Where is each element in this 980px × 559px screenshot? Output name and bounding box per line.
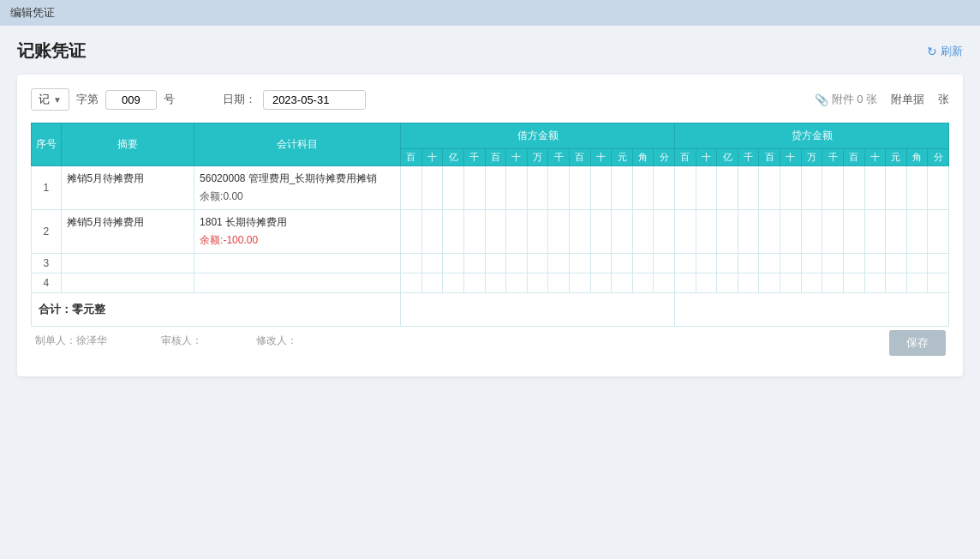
credit-cell-r3c2[interactable] xyxy=(696,254,717,273)
debit-cell-r1c4[interactable] xyxy=(463,166,485,210)
debit-cell-r2c13[interactable] xyxy=(654,210,675,254)
credit-cell-r2c9[interactable] xyxy=(843,210,864,254)
credit-cell-r3c10[interactable] xyxy=(864,254,886,273)
row-account-2[interactable]: 1801 长期待摊费用余额:-100.00 xyxy=(194,210,401,254)
debit-cell-r1c8[interactable] xyxy=(548,166,570,210)
debit-cell-r3c1[interactable] xyxy=(401,254,422,273)
credit-cell-r1c2[interactable] xyxy=(696,166,717,210)
debit-cell-r1c11[interactable] xyxy=(612,166,633,210)
debit-cell-r4c12[interactable] xyxy=(632,273,654,293)
credit-cell-r1c10[interactable] xyxy=(864,166,886,210)
credit-cell-r4c1[interactable] xyxy=(675,273,696,293)
credit-cell-r4c5[interactable] xyxy=(759,273,780,293)
debit-cell-r4c10[interactable] xyxy=(590,273,612,293)
credit-cell-r4c13[interactable] xyxy=(928,273,949,293)
credit-cell-r4c4[interactable] xyxy=(738,273,759,293)
credit-cell-r1c12[interactable] xyxy=(906,166,928,210)
debit-cell-r1c6[interactable] xyxy=(506,166,528,210)
debit-cell-r4c5[interactable] xyxy=(485,273,506,293)
row-summary-2[interactable]: 摊销5月待摊费用 xyxy=(61,210,194,254)
credit-cell-r2c3[interactable] xyxy=(717,210,738,254)
debit-cell-r3c5[interactable] xyxy=(485,254,506,273)
credit-cell-r3c7[interactable] xyxy=(801,254,822,273)
debit-cell-r4c11[interactable] xyxy=(612,273,633,293)
credit-cell-r4c12[interactable] xyxy=(906,273,928,293)
debit-cell-r3c9[interactable] xyxy=(570,254,591,273)
debit-cell-r2c9[interactable] xyxy=(570,210,591,254)
credit-cell-r2c6[interactable] xyxy=(780,210,802,254)
credit-cell-r4c10[interactable] xyxy=(864,273,886,293)
debit-cell-r3c4[interactable] xyxy=(463,254,485,273)
debit-cell-r2c10[interactable] xyxy=(590,210,612,254)
credit-cell-r1c13[interactable] xyxy=(928,166,949,210)
credit-cell-r3c13[interactable] xyxy=(928,254,949,273)
debit-cell-r3c13[interactable] xyxy=(654,254,675,273)
debit-cell-r3c10[interactable] xyxy=(590,254,612,273)
credit-cell-r1c1[interactable] xyxy=(675,166,696,210)
debit-cell-r1c9[interactable] xyxy=(570,166,591,210)
date-input[interactable] xyxy=(263,90,366,110)
debit-cell-r3c12[interactable] xyxy=(632,254,654,273)
credit-cell-r1c8[interactable] xyxy=(822,166,844,210)
credit-cell-r3c4[interactable] xyxy=(738,254,759,273)
debit-cell-r3c6[interactable] xyxy=(506,254,528,273)
debit-cell-r3c2[interactable] xyxy=(421,254,443,273)
debit-cell-r3c7[interactable] xyxy=(527,254,548,273)
credit-cell-r4c9[interactable] xyxy=(843,273,864,293)
credit-cell-r2c11[interactable] xyxy=(886,210,907,254)
debit-cell-r4c3[interactable] xyxy=(443,273,464,293)
debit-cell-r4c8[interactable] xyxy=(548,273,570,293)
credit-cell-r1c7[interactable] xyxy=(801,166,822,210)
attach-single-button[interactable]: 附单据 xyxy=(891,92,924,107)
credit-cell-r1c9[interactable] xyxy=(843,166,864,210)
debit-cell-r3c3[interactable] xyxy=(443,254,464,273)
debit-cell-r1c10[interactable] xyxy=(590,166,612,210)
credit-cell-r4c6[interactable] xyxy=(780,273,802,293)
debit-cell-r4c9[interactable] xyxy=(570,273,591,293)
credit-cell-r3c8[interactable] xyxy=(822,254,844,273)
debit-cell-r4c4[interactable] xyxy=(463,273,485,293)
credit-cell-r2c13[interactable] xyxy=(928,210,949,254)
debit-cell-r2c1[interactable] xyxy=(401,210,422,254)
voucher-number-input[interactable] xyxy=(105,90,157,110)
row-account-1[interactable]: 56020008 管理费用_长期待摊费用摊销余额:0.00 xyxy=(194,166,401,210)
credit-cell-r3c1[interactable] xyxy=(675,254,696,273)
debit-cell-r1c1[interactable] xyxy=(401,166,422,210)
debit-cell-r1c5[interactable] xyxy=(485,166,506,210)
debit-cell-r4c7[interactable] xyxy=(527,273,548,293)
debit-cell-r2c4[interactable] xyxy=(463,210,485,254)
credit-cell-r4c7[interactable] xyxy=(801,273,822,293)
refresh-button[interactable]: ↻ 刷新 xyxy=(927,44,963,59)
debit-cell-r2c2[interactable] xyxy=(421,210,443,254)
credit-cell-r1c11[interactable] xyxy=(886,166,907,210)
save-button[interactable]: 保存 xyxy=(889,330,946,356)
row-account-4[interactable] xyxy=(194,273,401,293)
row-summary-3[interactable] xyxy=(61,254,194,273)
credit-cell-r1c4[interactable] xyxy=(738,166,759,210)
credit-cell-r3c11[interactable] xyxy=(886,254,907,273)
credit-cell-r2c8[interactable] xyxy=(822,210,844,254)
credit-cell-r3c6[interactable] xyxy=(780,254,802,273)
debit-cell-r4c1[interactable] xyxy=(401,273,422,293)
credit-cell-r3c12[interactable] xyxy=(906,254,928,273)
row-summary-4[interactable] xyxy=(61,273,194,293)
debit-cell-r2c12[interactable] xyxy=(632,210,654,254)
voucher-type-button[interactable]: 记 ▼ xyxy=(31,88,69,111)
row-summary-1[interactable]: 摊销5月待摊费用 xyxy=(61,166,194,210)
credit-cell-r3c5[interactable] xyxy=(759,254,780,273)
debit-cell-r3c11[interactable] xyxy=(612,254,633,273)
credit-cell-r2c5[interactable] xyxy=(759,210,780,254)
credit-cell-r2c4[interactable] xyxy=(738,210,759,254)
debit-cell-r1c12[interactable] xyxy=(632,166,654,210)
credit-cell-r2c2[interactable] xyxy=(696,210,717,254)
debit-cell-r4c13[interactable] xyxy=(654,273,675,293)
debit-cell-r2c6[interactable] xyxy=(506,210,528,254)
debit-cell-r1c13[interactable] xyxy=(654,166,675,210)
credit-cell-r1c3[interactable] xyxy=(717,166,738,210)
debit-cell-r2c11[interactable] xyxy=(612,210,633,254)
debit-cell-r2c5[interactable] xyxy=(485,210,506,254)
credit-cell-r4c3[interactable] xyxy=(717,273,738,293)
credit-cell-r2c7[interactable] xyxy=(801,210,822,254)
debit-cell-r2c3[interactable] xyxy=(443,210,464,254)
debit-cell-r1c7[interactable] xyxy=(527,166,548,210)
